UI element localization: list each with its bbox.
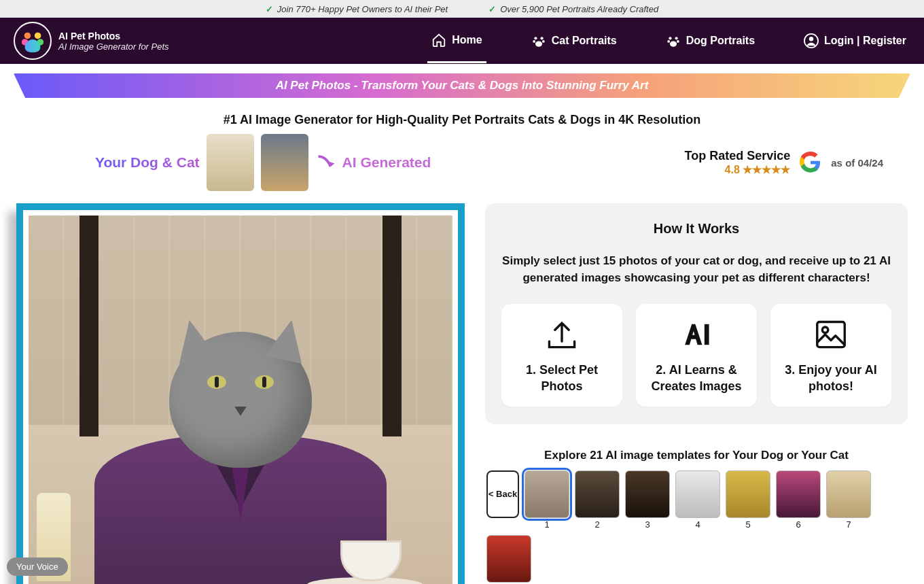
nav-dog-label: Dog Portraits [686, 35, 755, 47]
rating-score: 4.8 ★★★★★ [685, 163, 791, 176]
hiw-description: Simply select just 15 photos of your cat… [501, 253, 891, 286]
svg-point-7 [542, 40, 545, 43]
sample-dog-thumb [207, 134, 254, 191]
svg-point-8 [535, 41, 542, 46]
svg-point-6 [533, 40, 535, 43]
hiw-title: How It Works [501, 221, 891, 237]
svg-point-5 [540, 37, 543, 39]
svg-point-9 [669, 37, 671, 39]
nav-home-label: Home [452, 34, 482, 46]
svg-rect-16 [705, 324, 709, 345]
template-8[interactable]: 8 [486, 535, 531, 584]
nav-cat-portraits[interactable]: Cat Portraits [527, 20, 621, 62]
arrow-right-icon [315, 150, 336, 175]
svg-point-15 [809, 37, 813, 41]
template-1[interactable]: 1 [525, 470, 569, 530]
templates-back-button[interactable]: < Back [486, 470, 519, 530]
main-nav: AI Pet Photos AI Image Generator for Pet… [0, 18, 924, 64]
your-pet-label: Your Dog & Cat [95, 154, 200, 171]
feedback-button[interactable]: Your Voice [7, 557, 68, 576]
template-3[interactable]: 3 [625, 470, 670, 530]
user-icon [804, 33, 819, 48]
svg-point-4 [534, 37, 537, 39]
svg-point-12 [677, 40, 679, 43]
templates-grid: < Back 1 2 3 4 5 6 7 8 [485, 470, 908, 584]
top-notice-bar: ✓Join 770+ Happy Pet Owners to AI their … [0, 0, 924, 18]
svg-point-1 [35, 33, 41, 39]
preview-strip: Your Dog & Cat AI Generated [41, 134, 431, 191]
top-notice-1: ✓Join 770+ Happy Pet Owners to AI their … [266, 4, 448, 14]
step-card-3: 3. Enjoy your AI photos! [770, 304, 891, 407]
brand-subtitle: AI Image Generator for Pets [58, 41, 169, 52]
svg-point-0 [24, 33, 31, 39]
upload-icon [542, 350, 582, 362]
home-icon [431, 33, 446, 48]
nav-home[interactable]: Home [427, 19, 486, 63]
svg-point-11 [667, 40, 670, 43]
ai-icon [677, 350, 716, 362]
rating-block: Top Rated Service 4.8 ★★★★★ as of 04/24 [685, 149, 883, 176]
step-card-2: 2. AI Learns & Creates Images [636, 304, 757, 407]
templates-title: Explore 21 AI image templates for Your D… [485, 449, 908, 462]
svg-point-13 [670, 41, 677, 46]
rating-title: Top Rated Service [685, 149, 791, 163]
hero-image [29, 216, 452, 584]
template-7[interactable]: 7 [826, 470, 871, 530]
hero-banner: AI Pet Photos - Transform Your Cats & Do… [14, 73, 910, 98]
how-it-works-card: How It Works Simply select just 15 photo… [485, 203, 908, 424]
svg-rect-17 [817, 322, 845, 347]
logo-icon [14, 22, 52, 60]
brand-title: AI Pet Photos [58, 31, 169, 41]
brand[interactable]: AI Pet Photos AI Image Generator for Pet… [14, 22, 169, 60]
nav-login[interactable]: Login | Register [800, 20, 910, 62]
paw-icon [531, 33, 546, 48]
sample-cat-thumb [261, 134, 308, 191]
image-icon [811, 350, 851, 362]
step-card-1: 1. Select Pet Photos [501, 304, 622, 407]
template-5[interactable]: 5 [726, 470, 770, 530]
google-icon [800, 152, 821, 173]
page-headline: #1 AI Image Generator for High-Quality P… [0, 98, 924, 134]
top-notice-2: ✓Over 5,900 Pet Portraits Already Crafte… [488, 4, 658, 14]
template-6[interactable]: 6 [776, 470, 821, 530]
template-2[interactable]: 2 [575, 470, 620, 530]
hero-image-frame [16, 203, 465, 584]
nav-login-label: Login | Register [824, 35, 906, 47]
ai-generated-label: AI Generated [342, 154, 431, 171]
template-4[interactable]: 4 [675, 470, 720, 530]
checkmark-icon: ✓ [488, 4, 496, 14]
nav-cat-label: Cat Portraits [552, 35, 617, 47]
nav-dog-portraits[interactable]: Dog Portraits [662, 20, 759, 62]
svg-point-10 [675, 37, 677, 39]
checkmark-icon: ✓ [266, 4, 273, 14]
rating-asof: as of 04/24 [831, 157, 883, 169]
svg-point-18 [822, 327, 828, 332]
paw-icon [666, 33, 681, 48]
